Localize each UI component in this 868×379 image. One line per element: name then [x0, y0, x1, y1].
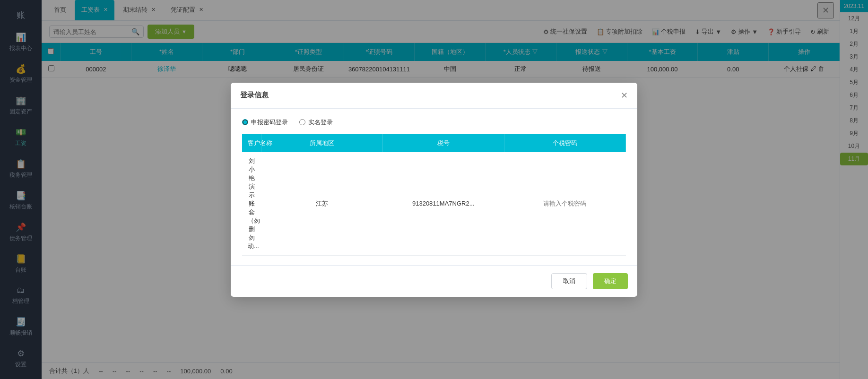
radio-password-login[interactable]: 申报密码登录	[242, 118, 288, 127]
radio-realname-login[interactable]: 实名登录	[299, 118, 333, 127]
modal-cell-region: 江苏	[261, 152, 382, 256]
modal-footer: 取消 确定	[231, 265, 637, 297]
login-type-radio-group: 申报密码登录 实名登录	[242, 118, 626, 127]
modal-col-region: 所属地区	[261, 134, 382, 152]
modal-header: 登录信息 ✕	[231, 83, 637, 109]
modal-confirm-button[interactable]: 确定	[593, 273, 628, 289]
modal-col-tax-number: 税号	[382, 134, 504, 152]
radio-password-login-input[interactable]	[242, 119, 248, 125]
modal-overlay: 登录信息 ✕ 申报密码登录 实名登录 客户名称 所属地区	[0, 0, 868, 379]
tax-password-input[interactable]	[510, 200, 620, 207]
modal-col-tax-password: 个税密码	[504, 134, 625, 152]
login-info-modal: 登录信息 ✕ 申报密码登录 实名登录 客户名称 所属地区	[231, 83, 637, 297]
modal-cancel-button[interactable]: 取消	[551, 273, 587, 289]
modal-cell-tax-password[interactable]	[504, 152, 625, 256]
modal-cell-customer-name: 刘小艳演示账套（勿删勿动...	[242, 152, 261, 256]
modal-col-customer-name: 客户名称	[242, 134, 261, 152]
radio-realname-login-input[interactable]	[299, 119, 305, 125]
modal-close-button[interactable]: ✕	[621, 90, 628, 101]
modal-title: 登录信息	[240, 91, 269, 100]
modal-table-row: 刘小艳演示账套（勿删勿动... 江苏 91320811MA7NGR2...	[242, 152, 626, 256]
modal-table: 客户名称 所属地区 税号 个税密码 刘小艳演示账套（勿删勿动... 江苏 913…	[242, 134, 626, 256]
modal-body: 申报密码登录 实名登录 客户名称 所属地区 税号 个税密码	[231, 109, 637, 265]
modal-cell-tax-number: 91320811MA7NGR2...	[382, 152, 504, 256]
